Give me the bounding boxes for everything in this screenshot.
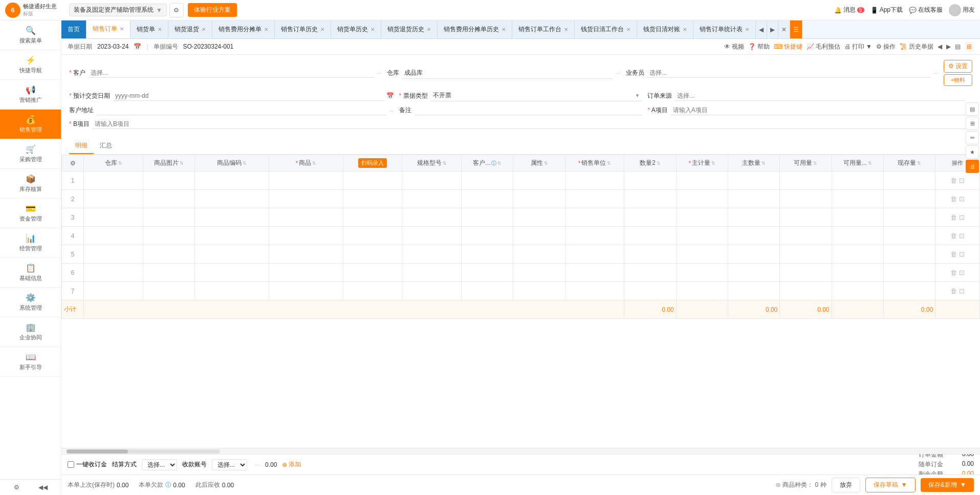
sidebar-item-finance[interactable]: 💳 资金管理	[0, 199, 61, 228]
th-current-stock[interactable]: 现存量⇅	[883, 155, 935, 171]
print-btn[interactable]: 🖨 打印 ▼	[844, 42, 872, 51]
save-new-btn[interactable]: 保存&新增 ▼	[921, 478, 974, 492]
tab-sales-summary[interactable]: 销售订单统计表 ✕	[693, 20, 756, 39]
scrollbar-area[interactable]	[61, 448, 980, 454]
tab-close-return-history[interactable]: ✕	[371, 27, 375, 32]
th-warehouse[interactable]: 仓库⇅	[84, 155, 143, 171]
tab-close-sales-order[interactable]: ✕	[120, 26, 124, 32]
tab-sales-order[interactable]: 销售订单 ✕	[86, 20, 130, 39]
delivery-calendar-icon[interactable]: 📅	[386, 92, 394, 99]
discard-btn[interactable]: 放弃	[832, 478, 860, 492]
tab-nav-next[interactable]: ▶	[767, 20, 778, 39]
sidebar-item-sales[interactable]: 💰 销售管理	[0, 110, 61, 139]
tab-close-all[interactable]: ✕	[778, 20, 790, 39]
tab-summary[interactable]: 汇总	[94, 138, 118, 154]
address-input[interactable]	[96, 105, 386, 115]
a-project-input[interactable]	[670, 105, 972, 115]
th-unit[interactable]: *主计量⇅	[676, 155, 728, 171]
tab-menu[interactable]: ☰	[790, 20, 802, 39]
receipt-account-select[interactable]: 选择...	[212, 459, 247, 470]
shortcut-btn[interactable]: ⌨ 快捷键	[774, 42, 802, 51]
action-btn[interactable]: ⚙ 操作	[876, 42, 896, 51]
warehouse-more-icon[interactable]: ···	[616, 70, 621, 77]
notification-btn[interactable]: 🔔 消息 5	[834, 6, 864, 14]
scan-btn[interactable]: 扫码录入	[358, 158, 387, 168]
calendar-icon[interactable]: 📅	[134, 43, 141, 50]
invoice-select[interactable]: 不开票 ▼	[430, 90, 643, 101]
tab-close-order-workbench[interactable]: ✕	[564, 27, 568, 32]
th-product-code[interactable]: 商品编码⇅	[195, 155, 269, 171]
tab-nav-prev[interactable]: ◀	[756, 20, 767, 39]
remark-input[interactable]	[414, 105, 643, 115]
sidebar-item-system[interactable]: ⚙️ 系统管理	[0, 288, 61, 317]
tab-home[interactable]: 首页	[61, 20, 86, 39]
tab-sales-refund[interactable]: 销货退货 ✕	[168, 20, 212, 39]
tab-order-workbench[interactable]: 销售订单工作台 ✕	[512, 20, 575, 39]
row-delete-btn[interactable]: 🗑	[950, 213, 957, 221]
tab-detail[interactable]: 明细	[69, 138, 94, 154]
row-delete-btn[interactable]: 🗑	[950, 269, 957, 276]
tab-credit-reconcile[interactable]: 钱货日清对账 ✕	[637, 20, 693, 39]
right-float-btn-5[interactable]: 🖨	[966, 160, 979, 173]
tab-close-expense-split[interactable]: ✕	[264, 27, 268, 32]
th-product-image[interactable]: 商品图片⇅	[143, 155, 195, 171]
app-download-btn[interactable]: 📱 App下载	[870, 6, 903, 14]
sidebar-item-purchase[interactable]: 🛒 采购管理	[0, 139, 61, 169]
address-more-icon[interactable]: ···	[389, 107, 394, 114]
add-payment-btn[interactable]: ⊕ 添加	[282, 460, 301, 469]
tab-sales-return[interactable]: 销货单 ✕	[130, 20, 168, 39]
th-available2[interactable]: 可用量...⇅	[832, 155, 883, 171]
tab-close-expense-history[interactable]: ✕	[502, 27, 506, 32]
industry-btn[interactable]: 体验行业方案	[188, 3, 237, 17]
th-main-qty[interactable]: 主数量⇅	[728, 155, 780, 171]
th-spec[interactable]: 规格型号⇅	[402, 155, 462, 171]
tab-close-order-history[interactable]: ✕	[320, 27, 324, 32]
th-available[interactable]: 可用量⇅	[780, 155, 832, 171]
history-btn[interactable]: 📜 历史单据	[900, 42, 933, 51]
row-copy-btn[interactable]: ⊡	[959, 250, 965, 258]
tab-sales-order-history[interactable]: 销售订单历史 ✕	[275, 20, 331, 39]
system-selector[interactable]: 装备及固定资产辅助管理系统 ▼	[69, 4, 167, 16]
tab-close-sales-summary[interactable]: ✕	[745, 27, 749, 32]
right-float-btn-1[interactable]: ▤	[966, 102, 979, 116]
th-scan[interactable]: 扫码录入	[343, 155, 402, 171]
nav-prev-btn[interactable]: ◀	[938, 43, 942, 50]
tab-sales-return-history[interactable]: 销货单历史 ✕	[331, 20, 381, 39]
sidebar-item-guide[interactable]: 📖 新手引导	[0, 347, 61, 377]
th-customer-code[interactable]: 客户...ⓘ⇅	[462, 155, 513, 171]
row-copy-btn[interactable]: ⊡	[959, 232, 965, 240]
quick-receipt-checkbox[interactable]: 一键收订金	[68, 460, 107, 469]
tab-close-sales-return[interactable]: ✕	[158, 27, 162, 32]
salesperson-more-icon[interactable]: ···	[933, 70, 939, 77]
view-btn[interactable]: 👁 视频	[724, 42, 744, 51]
tab-expense-history[interactable]: 销售费用分摊单历史 ✕	[438, 20, 512, 39]
sidebar-item-quick-nav[interactable]: ⚡ 快捷导航	[0, 50, 61, 80]
card-view-btn[interactable]: ⊞	[965, 42, 974, 51]
sidebar-item-base-info[interactable]: 📋 基础信息	[0, 258, 61, 288]
row-copy-btn[interactable]: ⊡	[959, 177, 965, 184]
th-quantity2[interactable]: 数量2⇅	[624, 155, 676, 171]
profit-btn[interactable]: 📈 毛利预估	[807, 42, 840, 51]
row-copy-btn[interactable]: ⊡	[959, 269, 965, 276]
tab-close-sales-refund[interactable]: ✕	[202, 27, 206, 32]
tab-credit-daily[interactable]: 钱货日清工作台 ✕	[575, 20, 637, 39]
current-due-info-icon[interactable]: ⓘ	[165, 481, 171, 489]
payment-method-select[interactable]: 选择...	[142, 459, 177, 470]
online-service-btn[interactable]: 💬 在线客服	[909, 6, 943, 14]
th-settings[interactable]: ⚙	[62, 155, 84, 171]
tab-close-refund-history[interactable]: ✕	[427, 27, 431, 32]
salesperson-input[interactable]	[647, 68, 931, 78]
sidebar-item-search[interactable]: 🔍 搜索菜单	[0, 20, 61, 50]
th-product[interactable]: *商品⇅	[269, 155, 343, 171]
row-delete-btn[interactable]: 🗑	[950, 287, 957, 295]
tab-close-credit-daily[interactable]: ✕	[626, 27, 630, 32]
tab-close-credit-reconcile[interactable]: ✕	[683, 27, 687, 32]
right-float-btn-3[interactable]: ✏	[966, 131, 979, 144]
sidebar-item-enterprise[interactable]: 🏢 企业协同	[0, 317, 61, 347]
th-sales-unit[interactable]: *销售单位⇅	[565, 155, 624, 171]
row-copy-btn[interactable]: ⊡	[959, 213, 965, 221]
help-btn[interactable]: ❓ 帮助	[748, 42, 770, 51]
sidebar-item-operations[interactable]: 📊 经营管理	[0, 228, 61, 258]
nav-next-btn[interactable]: ▶	[946, 43, 951, 50]
customer-input[interactable]	[88, 68, 374, 78]
